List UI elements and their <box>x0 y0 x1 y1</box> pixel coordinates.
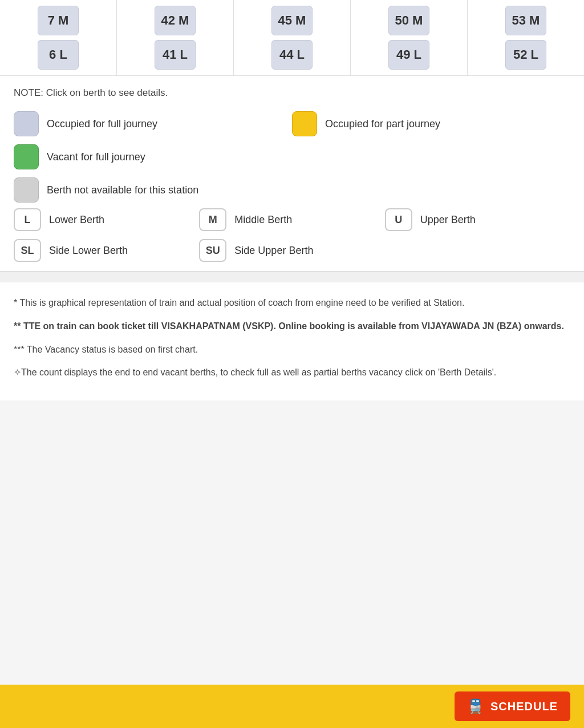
schedule-label: SCHEDULE <box>490 700 558 713</box>
legend-item-vacant-full: Vacant for full journey <box>14 144 570 169</box>
legend-item-occupied-part: Occupied for part journey <box>292 111 570 136</box>
note-item-2: ** TTE on train can book ticket till VIS… <box>14 319 570 334</box>
berth-type-lower: L Lower Berth <box>14 208 199 231</box>
vacant-full-color <box>14 144 39 169</box>
schedule-button[interactable]: 🚆 SCHEDULE <box>455 691 570 721</box>
note-item-1: * This is graphical representation of tr… <box>14 296 570 310</box>
berth-cell-49l[interactable]: 49 L <box>388 40 429 70</box>
upper-berth-badge: U <box>385 208 412 231</box>
middle-berth-badge: M <box>199 208 226 231</box>
legend-item-occupied-full: Occupied for full journey <box>14 111 292 136</box>
berth-type-row-2: SL Side Lower Berth SU Side Upper Berth <box>14 239 570 262</box>
side-upper-badge: SU <box>199 239 226 262</box>
lower-berth-badge: L <box>14 208 41 231</box>
note-item-4: ✧The count displays the end to end vacan… <box>14 366 570 380</box>
note-text: NOTE: Click on berth to see details. <box>14 87 570 99</box>
berth-cell-50m[interactable]: 50 M <box>388 6 429 35</box>
footer-spacer <box>0 401 584 446</box>
note-item-3: *** The Vacancy status is based on first… <box>14 343 570 357</box>
occupied-full-label: Occupied for full journey <box>47 118 157 130</box>
berth-cell-52l[interactable]: 52 L <box>505 40 546 70</box>
side-lower-badge: SL <box>14 239 41 262</box>
middle-berth-label: Middle Berth <box>234 214 292 226</box>
berth-type-upper: U Upper Berth <box>385 208 570 231</box>
legend-section: NOTE: Click on berth to see details. Occ… <box>0 76 584 272</box>
legend-grid: Occupied for full journey Occupied for p… <box>14 111 570 203</box>
occupied-part-label: Occupied for part journey <box>325 118 440 130</box>
upper-berth-label: Upper Berth <box>420 214 476 226</box>
berth-cell-44l[interactable]: 44 L <box>271 40 313 70</box>
berth-type-middle: M Middle Berth <box>199 208 384 231</box>
footer-bar: 🚆 SCHEDULE <box>0 685 584 728</box>
schedule-icon: 🚆 <box>467 698 485 714</box>
notes-section: * This is graphical representation of tr… <box>0 278 584 401</box>
berth-column-4: 50 M 49 L <box>351 0 468 75</box>
side-lower-label: Side Lower Berth <box>49 245 128 257</box>
berth-cell-6l[interactable]: 6 L <box>38 40 79 70</box>
berth-type-side-upper: SU Side Upper Berth <box>199 239 384 262</box>
berth-cell-53m[interactable]: 53 M <box>505 6 546 35</box>
legend-row-1: Occupied for full journey Occupied for p… <box>14 111 570 136</box>
berth-type-side-lower: SL Side Lower Berth <box>14 239 199 262</box>
vacant-full-label: Vacant for full journey <box>47 151 145 163</box>
berth-cell-7m[interactable]: 7 M <box>38 6 79 35</box>
legend-row-3: Berth not available for this station <box>14 177 570 203</box>
berth-cell-41l[interactable]: 41 L <box>155 40 196 70</box>
berth-column-5: 53 M 52 L <box>468 0 584 75</box>
lower-berth-label: Lower Berth <box>49 214 104 226</box>
berth-column-1: 7 M 6 L <box>0 0 117 75</box>
side-upper-label: Side Upper Berth <box>234 245 313 257</box>
berth-column-3: 45 M 44 L <box>234 0 351 75</box>
berth-column-2: 42 M 41 L <box>117 0 234 75</box>
occupied-part-color <box>292 111 317 136</box>
berth-grid-section: 7 M 6 L 42 M 41 L 45 M 44 L 50 M 49 L 53… <box>0 0 584 76</box>
berth-types-section: L Lower Berth M Middle Berth U Upper Ber… <box>14 208 570 262</box>
legend-item-not-available: Berth not available for this station <box>14 177 570 203</box>
not-available-label: Berth not available for this station <box>47 184 198 196</box>
not-available-color <box>14 177 39 203</box>
section-divider <box>0 272 584 278</box>
berth-cell-45m[interactable]: 45 M <box>271 6 313 35</box>
berth-cell-42m[interactable]: 42 M <box>155 6 196 35</box>
berth-type-row-1: L Lower Berth M Middle Berth U Upper Ber… <box>14 208 570 231</box>
legend-row-2: Vacant for full journey <box>14 144 570 169</box>
occupied-full-color <box>14 111 39 136</box>
